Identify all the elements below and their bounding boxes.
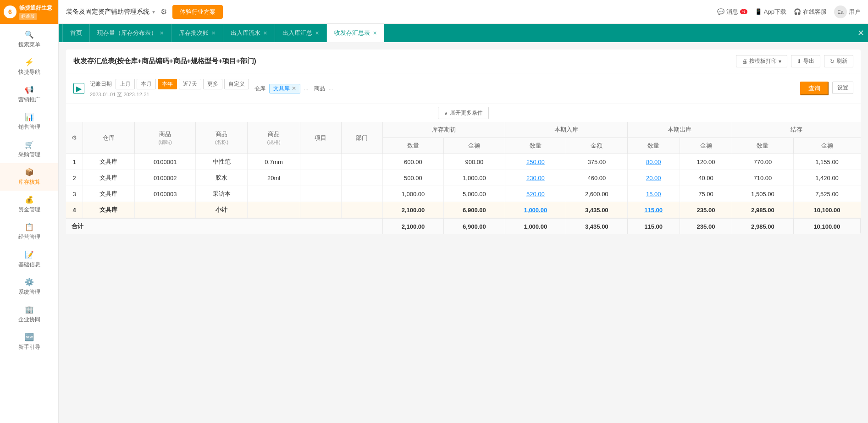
- filter-settings-button[interactable]: 设置: [832, 82, 853, 94]
- out-qty-link[interactable]: 80.00: [646, 159, 661, 165]
- sidebar-item-label: 快捷导航: [18, 68, 40, 76]
- tab-close-icon[interactable]: ✕: [315, 30, 319, 36]
- sidebar-item-operation[interactable]: 📋经营管理: [0, 218, 58, 246]
- col-opening-header: 库存期初: [382, 122, 505, 138]
- in-qty-link[interactable]: 1,000.00: [524, 207, 547, 214]
- out-qty-link[interactable]: 15.00: [646, 191, 661, 198]
- col-goods-spec-header: 商品(规格): [248, 122, 300, 154]
- row-no: 3: [66, 186, 83, 202]
- col-project-header: 项目: [300, 122, 341, 154]
- filter-collapse-button[interactable]: ▶: [73, 83, 84, 94]
- sidebar-item-label: 经营管理: [18, 233, 40, 241]
- last-month-button[interactable]: 上月: [116, 79, 135, 89]
- sidebar-item-guide[interactable]: 🆕新手引导: [0, 328, 58, 356]
- custom-date-button[interactable]: 自定义: [224, 79, 249, 89]
- col-balance-header: 结存: [732, 122, 861, 138]
- system-title: 装备及固定资产辅助管理系统 ▾: [66, 8, 155, 16]
- last-7-days-button[interactable]: 近7天: [179, 79, 201, 89]
- query-button[interactable]: 查询: [800, 82, 829, 95]
- col-in-qty-header: 数量: [505, 138, 566, 154]
- tab-home[interactable]: 首页: [62, 24, 90, 42]
- sidebar-item-search[interactable]: 🔍搜索菜单: [0, 26, 58, 53]
- row-in-qty: 1,000.00: [505, 202, 566, 219]
- col-out-amt-header: 金额: [680, 138, 732, 154]
- row-bal-amt: 1,155.00: [793, 154, 860, 170]
- tab-inout-summary[interactable]: 出入库汇总✕: [275, 24, 327, 42]
- warehouse-more-button[interactable]: ...: [304, 85, 309, 92]
- row-no: 4: [66, 202, 83, 219]
- warehouse-tag[interactable]: 文具库 ✕: [269, 84, 300, 93]
- quick-nav-icon: ⚡: [25, 58, 34, 66]
- sidebar-item-sales[interactable]: 📊销售管理: [0, 108, 58, 136]
- in-qty-link[interactable]: 250.00: [526, 159, 545, 165]
- tab-inout-flow[interactable]: 出入库流水✕: [223, 24, 275, 42]
- table-footer-row: 合计 2,100.00 6,900.00 1,000.00 3,435.00 1…: [66, 218, 861, 234]
- print-button[interactable]: 🖨 按模板打印 ▾: [736, 55, 787, 67]
- col-out-header: 本期出库: [627, 122, 732, 138]
- tab-close-icon[interactable]: ✕: [211, 30, 216, 36]
- row-project: [300, 170, 341, 186]
- sidebar-item-label: 搜索菜单: [18, 41, 40, 49]
- tab-inventory-dist[interactable]: 现存量（库存分布表）✕: [90, 24, 171, 42]
- warehouse-tag-close-icon[interactable]: ✕: [292, 85, 296, 92]
- tab-label: 库存批次账: [179, 29, 209, 37]
- sidebar-item-label: 企业协同: [18, 316, 40, 324]
- row-warehouse: 文具库: [83, 170, 135, 186]
- sidebar-item-inventory[interactable]: 📦库存核算: [0, 163, 58, 191]
- goods-more-button[interactable]: ...: [329, 85, 333, 92]
- expand-conditions-button[interactable]: ∨ 展开更多条件: [438, 107, 489, 119]
- gear-icon[interactable]: ⚙: [160, 7, 167, 16]
- row-out-qty: 20.00: [627, 170, 680, 186]
- col-dept-header: 部门: [341, 122, 382, 154]
- inventory-icon: 📦: [25, 168, 34, 176]
- in-qty-link[interactable]: 520.00: [526, 191, 545, 198]
- sidebar-item-enterprise[interactable]: 🏢企业协同: [0, 301, 58, 328]
- row-open-qty: 500.00: [382, 170, 443, 186]
- online-service-button[interactable]: 🎧 在线客服: [794, 8, 827, 16]
- sidebar-item-finance[interactable]: 💰资金管理: [0, 191, 58, 218]
- row-goods-code: 0100002: [134, 170, 195, 186]
- export-button[interactable]: ⬇ 导出: [791, 55, 820, 67]
- message-icon: 💬: [717, 8, 724, 15]
- industry-solution-button[interactable]: 体验行业方案: [172, 5, 223, 19]
- sidebar-item-label: 新手引导: [18, 343, 40, 351]
- sidebar: 6 畅捷通好生意 标准版 🔍搜索菜单⚡快捷导航📢营销推广📊销售管理🛒采购管理📦库…: [0, 0, 59, 423]
- row-bal-qty: 710.00: [732, 170, 793, 186]
- sidebar-item-marketing[interactable]: 📢营销推广: [0, 81, 58, 108]
- row-out-amt: 235.00: [680, 202, 732, 219]
- this-month-button[interactable]: 本月: [137, 79, 156, 89]
- messages-button[interactable]: 💬 消息 6: [717, 8, 747, 16]
- row-in-amt: 3,435.00: [566, 202, 627, 219]
- tab-close-icon[interactable]: ✕: [263, 30, 267, 36]
- col-settings-header[interactable]: ⚙: [66, 122, 83, 154]
- sidebar-item-purchase[interactable]: 🛒采购管理: [0, 136, 58, 163]
- footer-in-qty: 1,000.00: [505, 218, 566, 234]
- out-qty-link[interactable]: 115.00: [644, 207, 663, 214]
- row-project: [300, 202, 341, 219]
- user-menu-button[interactable]: Ea 用户: [834, 5, 861, 18]
- data-table-wrapper: ⚙ 仓库 商品(编码) 商品(名称) 商品(规格) 项目 部门 库存期初 本期入…: [66, 122, 861, 234]
- this-year-button[interactable]: 本年: [158, 79, 177, 89]
- sidebar-menu: 🔍搜索菜单⚡快捷导航📢营销推广📊销售管理🛒采购管理📦库存核算💰资金管理📋经营管理…: [0, 24, 58, 423]
- out-qty-link[interactable]: 20.00: [646, 175, 661, 181]
- sidebar-item-basic[interactable]: 📝基础信息: [0, 246, 58, 273]
- tab-recv-send-summary[interactable]: 收发存汇总表✕: [327, 24, 384, 42]
- close-all-icon[interactable]: ✕: [857, 28, 864, 38]
- app-download-button[interactable]: 📱 App下载: [755, 8, 786, 16]
- guide-icon: 🆕: [25, 333, 34, 341]
- tab-close-icon[interactable]: ✕: [373, 30, 377, 36]
- more-date-button[interactable]: 更多: [203, 79, 222, 89]
- footer-out-amt: 235.00: [680, 218, 732, 234]
- col-bal-qty-header: 数量: [732, 138, 793, 154]
- row-open-qty: 600.00: [382, 154, 443, 170]
- tab-batch[interactable]: 库存批次账✕: [171, 24, 223, 42]
- sidebar-item-quick-nav[interactable]: ⚡快捷导航: [0, 53, 58, 81]
- tab-close-icon[interactable]: ✕: [160, 30, 164, 36]
- sidebar-item-system[interactable]: ⚙️系统管理: [0, 273, 58, 301]
- refresh-button[interactable]: ↻ 刷新: [824, 55, 853, 67]
- in-qty-link[interactable]: 230.00: [526, 175, 545, 181]
- row-goods-spec: 0.7mm: [248, 154, 300, 170]
- purchase-icon: 🛒: [25, 140, 34, 149]
- footer-out-qty: 115.00: [627, 218, 680, 234]
- sidebar-item-label: 销售管理: [18, 123, 40, 131]
